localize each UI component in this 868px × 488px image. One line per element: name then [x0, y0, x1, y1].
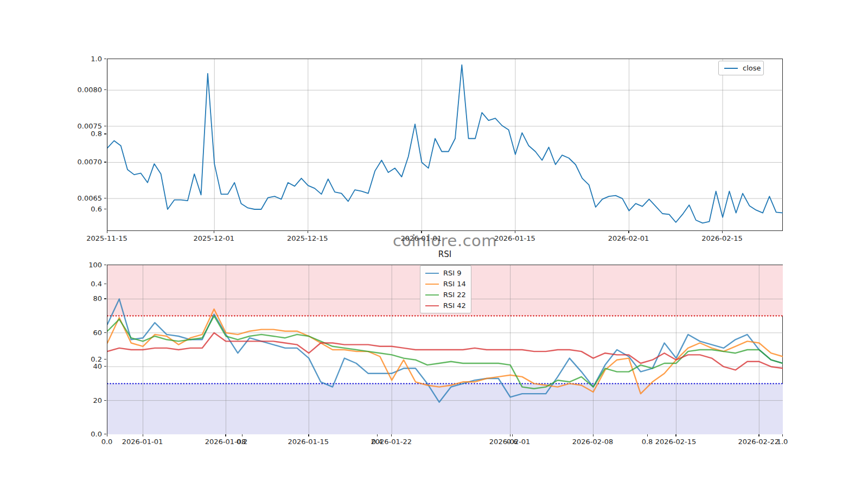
rsi-y-tick — [104, 400, 106, 401]
rsi-x-tick — [675, 434, 676, 436]
price-x-tick — [722, 231, 723, 233]
rsi-x-tick-label: 2026-01-01 — [122, 438, 163, 446]
figure-x-tick-label: 0.6 — [507, 438, 518, 446]
rsi-legend-row: RSI 42 — [425, 301, 466, 310]
figure-x-tick — [647, 434, 648, 436]
price-x-tick-label: 2026-02-15 — [701, 234, 743, 242]
figure-y-tick — [104, 209, 106, 209]
figure-x-tick-label: 1.0 — [777, 438, 788, 446]
rsi-y-tick-label: 80 — [64, 294, 102, 303]
price-y-tick — [104, 126, 106, 126]
price-y-tick — [104, 89, 106, 90]
price-x-tick-label: 2025-12-01 — [193, 234, 234, 242]
figure-y-tick-label: 1.0 — [64, 55, 102, 63]
price-x-tick — [628, 231, 629, 233]
figure-x-tick-label: 0.0 — [101, 438, 113, 446]
figure-x-tick — [377, 434, 378, 436]
rsi-y-tick-label: 20 — [64, 396, 102, 404]
rsi42-legend-line-sample — [425, 305, 439, 306]
figure-x-tick — [107, 434, 107, 436]
rsi-x-tick — [225, 434, 226, 436]
rsi42-legend-label: RSI 42 — [443, 301, 466, 310]
rsi9-legend-label: RSI 9 — [443, 269, 462, 277]
figure-y-tick — [104, 359, 106, 359]
rsi22-legend-label: RSI 22 — [443, 291, 466, 299]
figure-y-tick-label: 0.2 — [64, 355, 102, 363]
figure-y-tick-label: 0.6 — [64, 204, 102, 213]
figure-y-tick-label: 0.0 — [64, 430, 102, 438]
price-y-tick — [104, 198, 106, 198]
rsi22-legend-line-sample — [425, 294, 439, 296]
rsi-legend-row: RSI 22 — [425, 291, 466, 299]
figure-x-tick — [242, 434, 242, 436]
close-legend-line-sample — [724, 68, 738, 69]
rsi9-legend-line-sample — [425, 273, 439, 274]
price-chart-legend: close — [718, 61, 764, 75]
price-y-tick-label: 0.0080 — [64, 86, 102, 94]
rsi-x-tick-label: 2026-02-08 — [572, 438, 614, 446]
rsi-x-tick-label: 2026-01-15 — [288, 438, 329, 446]
rsi-legend-row: RSI 14 — [425, 280, 466, 288]
figure-y-tick-label: 0.8 — [64, 130, 102, 138]
rsi14-legend-label: RSI 14 — [443, 280, 466, 288]
price-x-tick-label: 2025-12-15 — [287, 234, 328, 242]
figure-y-tick-label: 0.4 — [64, 280, 102, 288]
rsi-x-tick — [143, 434, 143, 436]
rsi-y-tick-label: 60 — [64, 328, 102, 336]
rsi-x-tick — [391, 434, 392, 436]
rsi-x-tick — [308, 434, 309, 436]
price-y-tick-label: 0.0070 — [64, 158, 102, 166]
figure-x-tick-label: 0.8 — [642, 438, 653, 446]
rsi-x-tick — [593, 434, 593, 436]
rsi-y-tick-label: 40 — [64, 362, 102, 370]
rsi-x-tick — [758, 434, 759, 436]
price-x-tick — [214, 231, 214, 233]
price-x-tick-label: 2025-11-15 — [86, 234, 127, 242]
figure-x-tick-label: 0.2 — [237, 438, 248, 446]
chart-figure: close coinlore.com RSI RSI 9 RSI 14 RSI … — [0, 0, 868, 488]
rsi-x-tick — [510, 434, 510, 436]
rsi-legend-row: RSI 9 — [425, 269, 466, 277]
price-x-tick — [308, 231, 308, 233]
rsi-y-tick — [104, 366, 106, 367]
figure-y-tick — [104, 434, 106, 434]
rsi-x-tick-label: 2026-02-22 — [738, 438, 780, 446]
rsi-y-tick — [104, 332, 106, 333]
price-chart-plot-area — [107, 59, 783, 231]
figure-y-tick — [104, 59, 106, 59]
figure-x-tick — [512, 434, 513, 436]
figure-y-tick — [104, 133, 106, 134]
price-x-tick — [107, 231, 107, 233]
price-y-tick-label: 0.0075 — [64, 121, 102, 130]
price-x-tick-label: 2026-01-15 — [494, 234, 535, 242]
rsi-y-tick-label: 100 — [64, 261, 102, 269]
rsi-x-tick-label: 2026-02-15 — [655, 438, 697, 446]
rsi-chart-legend: RSI 9 RSI 14 RSI 22 RSI 42 — [420, 265, 471, 313]
price-y-tick-label: 0.0065 — [64, 194, 102, 202]
close-legend-label: close — [743, 64, 761, 72]
price-chart-canvas — [107, 59, 783, 231]
price-x-tick — [515, 231, 515, 233]
price-x-tick — [421, 231, 422, 233]
rsi-y-tick — [104, 298, 106, 299]
rsi-chart-title: RSI — [438, 249, 451, 259]
rsi-y-tick — [104, 265, 106, 265]
figure-x-tick-label: 0.4 — [372, 438, 383, 446]
figure-x-tick — [782, 434, 783, 436]
price-x-tick-label: 2026-02-01 — [608, 234, 649, 242]
price-x-tick-label: 2026-01-01 — [401, 234, 442, 242]
rsi14-legend-line-sample — [425, 284, 439, 285]
price-y-tick — [104, 162, 106, 162]
figure-y-tick — [104, 284, 106, 284]
